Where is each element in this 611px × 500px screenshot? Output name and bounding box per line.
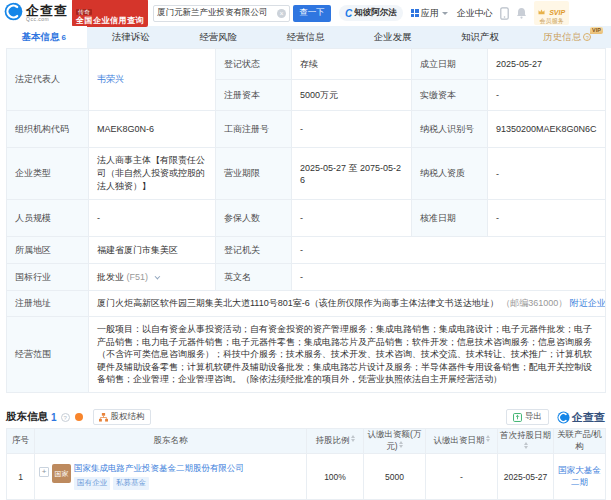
sort-icon bbox=[351, 435, 355, 442]
shareholders-title: 股东信息 bbox=[6, 410, 48, 424]
qcc-logo-icon bbox=[4, 2, 23, 25]
shareholders-section: 股东信息 1 ? 股权结构 导出 企查查 序号 股东名称 持股比 bbox=[6, 406, 605, 500]
shareholder-tag[interactable]: 国有企业 bbox=[74, 477, 110, 490]
credit-query-badge: 传奇 全国企业信用查询 bbox=[72, 0, 148, 27]
shareholders-table: 序号 股东名称 持股比例 认缴出资额(万元) 认缴出资日期 首次持股日期 关联产… bbox=[6, 428, 606, 500]
field-label: 法定代表人 bbox=[7, 49, 89, 111]
zhibi-alpha-link[interactable]: C 知彼阿尔法 bbox=[339, 5, 403, 21]
tab-label: 经营信息 bbox=[286, 31, 324, 44]
tab-count-badge: 6 bbox=[61, 33, 65, 42]
sort-icon bbox=[399, 441, 403, 448]
field-label: 英文名 bbox=[216, 264, 292, 291]
basic-info-table: 法定代表人 韦荣兴 登记状态 存续 成立日期 2025-05-27 注册资本 5… bbox=[6, 48, 606, 393]
export-icon bbox=[513, 413, 522, 422]
export-label: 导出 bbox=[525, 411, 542, 423]
field-label: 所属地区 bbox=[7, 237, 89, 264]
column-header-sortable[interactable]: 持股比例 bbox=[307, 429, 364, 454]
nearby-companies-link[interactable]: 附近企业 bbox=[570, 298, 606, 308]
clear-icon[interactable]: × bbox=[277, 9, 286, 18]
tab-label: 企业发展 bbox=[374, 31, 412, 44]
badge-line2: 全国企业信用查询 bbox=[76, 17, 144, 26]
field-label: 组织机构代码 bbox=[7, 111, 89, 148]
enterprise-center-link[interactable]: 企业中心 bbox=[457, 7, 493, 20]
tab-basic-info[interactable]: 基本信息 6 bbox=[0, 26, 87, 48]
address-postcode: （邮编361000） bbox=[501, 298, 567, 308]
sort-icon bbox=[486, 435, 490, 442]
svip-member-link[interactable]: SVIP 会员服务 bbox=[534, 1, 569, 25]
related-product-cell: 国家大基金二期 bbox=[554, 454, 606, 500]
tab-label: 法律诉讼 bbox=[112, 31, 150, 44]
badge-line1: 传奇 bbox=[76, 9, 92, 16]
field-label: 实缴资本 bbox=[412, 80, 488, 111]
shareholders-table-header-row: 序号 股东名称 持股比例 认缴出资额(万元) 认缴出资日期 首次持股日期 关联产… bbox=[7, 429, 606, 454]
expand-plus-icon[interactable]: + bbox=[39, 467, 49, 477]
field-label: 注册地址 bbox=[7, 291, 89, 317]
qcc-logo[interactable]: 企查查 Qcc.com bbox=[4, 2, 68, 25]
legal-representative-cell: 韦荣兴 bbox=[89, 49, 216, 111]
shareholders-count: 1 bbox=[51, 412, 57, 423]
apps-grid-icon bbox=[411, 9, 419, 17]
holding-ratio: 100% bbox=[307, 454, 364, 500]
field-value: MAEK8G0N-6 bbox=[89, 111, 216, 148]
chevron-down-icon bbox=[442, 12, 448, 15]
column-header: 序号 bbox=[7, 429, 35, 454]
tab-history-info[interactable]: 历史信息 ? VIP bbox=[524, 26, 611, 48]
column-header-sortable[interactable]: 认缴出资日期 bbox=[426, 429, 498, 454]
chevron-down-icon[interactable] bbox=[154, 273, 160, 279]
tab-label: 基本信息 bbox=[21, 31, 59, 44]
tab-enterprise-development[interactable]: 企业发展 bbox=[349, 26, 436, 48]
field-value: - bbox=[292, 200, 412, 237]
field-value: 2025-05-27 至 2075-05-26 bbox=[292, 148, 412, 200]
subscribed-date: - bbox=[426, 454, 498, 500]
related-product-link[interactable]: 国家大基金二期 bbox=[558, 465, 601, 487]
field-label: 人员规模 bbox=[7, 200, 89, 237]
apps-menu[interactable]: 应用 bbox=[411, 7, 448, 20]
equity-structure-icon bbox=[99, 413, 108, 422]
tab-operating-risk[interactable]: 经营风险 bbox=[175, 26, 262, 48]
orange-dot-badge bbox=[75, 413, 83, 421]
svip-label: SVIP bbox=[549, 9, 565, 16]
tab-business-info[interactable]: 经营信息 bbox=[262, 26, 349, 48]
vip-badge: VIP bbox=[590, 27, 603, 34]
column-header-label: 认缴出资日期 bbox=[434, 435, 485, 445]
mobile-app-icon[interactable] bbox=[500, 7, 509, 20]
field-label: 纳税人识别号 bbox=[412, 111, 488, 148]
field-value: 91350200MAEK8G0N6C bbox=[488, 111, 606, 148]
export-button[interactable]: 导出 bbox=[506, 409, 549, 425]
legal-representative-link[interactable]: 韦荣兴 bbox=[97, 74, 124, 84]
field-label: 经营范围 bbox=[7, 317, 89, 393]
equity-structure-button[interactable]: 股权结构 bbox=[93, 409, 151, 425]
notification-bell-icon[interactable] bbox=[516, 7, 527, 19]
field-value: 5000万元 bbox=[292, 80, 412, 111]
qcc-company-page: 企查查 Qcc.com 传奇 全国企业信用查询 × 查一下 C 知彼阿尔法 应用… bbox=[0, 0, 611, 500]
business-scope-value: 一般项目：以自有资金从事投资活动；自有资金投资的资产管理服务；集成电路销售；集成… bbox=[89, 317, 606, 393]
section-tab-bar: 基本信息 6 法律诉讼 经营风险 经营信息 企业发展 知识产权 历史信息 ? V… bbox=[0, 26, 611, 48]
shareholder-name-link[interactable]: 国家集成电路产业投资基金二期股份有限公司 bbox=[74, 463, 244, 473]
field-label: 核准日期 bbox=[412, 200, 488, 237]
industry-value: 批发业 bbox=[97, 272, 124, 282]
alpha-icon: C bbox=[345, 8, 352, 19]
tab-intellectual-property[interactable]: 知识产权 bbox=[436, 26, 523, 48]
alpha-label: 知彼阿尔法 bbox=[354, 7, 397, 19]
column-header-sortable[interactable]: 首次持股日期 bbox=[498, 429, 554, 454]
field-value: 法人商事主体【有限责任公司（非自然人投资或控股的法人独资）】 bbox=[89, 148, 216, 200]
field-value: 福建省厦门市集美区 bbox=[89, 237, 216, 264]
equity-structure-label: 股权结构 bbox=[111, 411, 145, 423]
field-value: - bbox=[292, 237, 606, 264]
search-button[interactable]: 查一下 bbox=[293, 5, 331, 22]
tab-legal-litigation[interactable]: 法律诉讼 bbox=[87, 26, 174, 48]
field-value: - bbox=[292, 264, 606, 291]
company-search-box: × bbox=[153, 5, 290, 22]
column-header: 关联产品/机构 bbox=[554, 429, 606, 454]
shareholder-tag[interactable]: 私募基金 bbox=[113, 477, 149, 490]
tab-label: 经营风险 bbox=[199, 31, 237, 44]
column-header-sortable[interactable]: 认缴出资额(万元) bbox=[364, 429, 426, 454]
help-circle-icon[interactable]: ? bbox=[61, 413, 70, 422]
field-value: - bbox=[89, 200, 216, 237]
field-label: 注册资本 bbox=[216, 80, 292, 111]
search-input[interactable] bbox=[157, 8, 277, 18]
column-header-label: 首次持股日期 bbox=[500, 430, 551, 440]
field-label: 登记机关 bbox=[216, 237, 292, 264]
field-label: 营业期限 bbox=[216, 148, 292, 200]
field-label: 成立日期 bbox=[412, 49, 488, 80]
